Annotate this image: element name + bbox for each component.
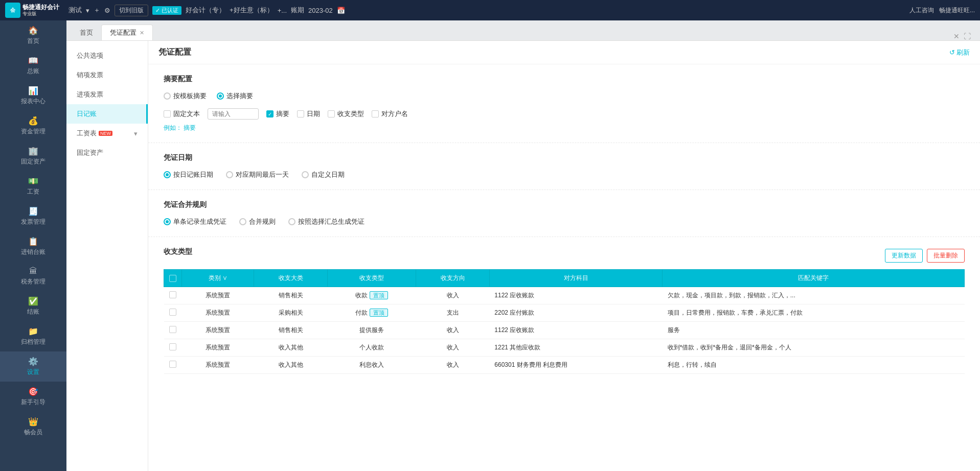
member-icon: 👑	[28, 417, 38, 427]
window-controls: ✕ ⛶	[949, 32, 975, 40]
row-category: 系统预置	[182, 304, 254, 322]
period-value[interactable]: 2023-02	[308, 7, 333, 14]
logo-text: 畅捷通好会计 专业版	[22, 4, 59, 16]
counterpart-checkbox[interactable]	[372, 110, 379, 117]
row-account: 660301 财务费用 利息费用	[489, 357, 662, 374]
row-checkbox-cell[interactable]	[164, 304, 182, 322]
inner-sidebar-fixed-assets[interactable]: 固定资产	[66, 143, 148, 162]
fixed-text-checkbox[interactable]	[164, 110, 171, 117]
row-direction: 收入	[416, 339, 490, 357]
counterpart-label: 对方户名	[381, 109, 408, 119]
inner-sidebar-journal[interactable]: 日记账	[66, 104, 148, 124]
refresh-button[interactable]: ↺ 刷新	[949, 48, 970, 57]
inner-sidebar-public[interactable]: 公共选项	[66, 46, 148, 65]
user-name[interactable]: 畅捷通旺旺...	[939, 6, 975, 15]
good-business-label: +好生意（标）	[230, 6, 274, 15]
inner-sidebar-public-label: 公共选项	[77, 51, 103, 60]
radio-single-record[interactable]: 单条记录生成凭证	[164, 217, 226, 226]
radio-period-last-label: 对应期间最后一天	[236, 170, 289, 179]
th-type: 收支类型	[327, 270, 416, 287]
summary-checkbox[interactable]: ✓	[266, 110, 274, 117]
sidebar-item-purchase[interactable]: 📋 进销台账	[0, 231, 66, 262]
row-checkbox[interactable]	[169, 361, 176, 368]
sidebar-item-reports[interactable]: 📊 报表中心	[0, 81, 66, 111]
checkbox-counterpart[interactable]: 对方户名	[372, 109, 408, 119]
sidebar-item-tax[interactable]: 🏛 税务管理	[0, 262, 66, 291]
tab-voucher-config[interactable]: 凭证配置 ✕	[101, 25, 153, 40]
calendar-icon[interactable]: 📅	[337, 7, 345, 14]
tab-close-icon[interactable]: ✕	[140, 30, 144, 36]
radio-journal-date[interactable]: 按日记账日期	[164, 170, 213, 179]
close-window-icon[interactable]: ✕	[953, 32, 960, 40]
batch-delete-button[interactable]: 批量删除	[927, 249, 965, 263]
sidebar-item-archive[interactable]: 📁 归档管理	[0, 321, 66, 351]
sidebar-item-guide[interactable]: 🎯 新手引导	[0, 382, 66, 412]
left-nav: 🏠 首页 📖 总账 📊 报表中心 💰 资金管理 🏢 固定资产 💵 工资 🧾 发票…	[0, 20, 66, 471]
row-checkbox-cell[interactable]	[164, 339, 182, 357]
date-checkbox[interactable]	[297, 110, 304, 117]
sidebar-item-member[interactable]: 👑 畅会员	[0, 412, 66, 442]
row-checkbox[interactable]	[169, 309, 176, 316]
table-actions: 更新数据 批量删除	[885, 249, 965, 263]
sidebar-item-salary[interactable]: 💵 工资	[0, 171, 66, 201]
select-all-checkbox[interactable]	[169, 275, 176, 282]
refresh-icon: ↺	[949, 49, 955, 56]
row-checkbox-cell[interactable]	[164, 322, 182, 339]
radio-merge-rules-circle	[239, 218, 246, 225]
date-radio-group: 按日记账日期 对应期间最后一天 自定义日期	[164, 170, 965, 179]
row-checkbox-cell[interactable]	[164, 287, 182, 304]
radio-merge-rules[interactable]: 合并规则	[239, 217, 276, 226]
inner-sidebar-sales-invoice[interactable]: 销项发票	[66, 65, 148, 85]
radio-custom-date[interactable]: 自定义日期	[302, 170, 345, 179]
sidebar-item-assets[interactable]: 🏢 固定资产	[0, 141, 66, 171]
sidebar-item-settings[interactable]: ⚙️ 设置	[0, 351, 66, 382]
radio-period-last[interactable]: 对应期间最后一天	[226, 170, 289, 179]
tab-home[interactable]: 首页	[72, 25, 101, 40]
fixed-text-input[interactable]	[208, 108, 259, 120]
radio-journal-date-label: 按日记账日期	[173, 170, 213, 179]
checkbox-income-type[interactable]: 收支类型	[328, 109, 364, 119]
test-label: 测试	[69, 6, 82, 15]
radio-template-summary[interactable]: 按模板摘要	[164, 91, 207, 101]
nav-label-salary: 工资	[27, 187, 39, 196]
maximize-icon[interactable]: ⛶	[964, 32, 971, 40]
sidebar-item-funds[interactable]: 💰 资金管理	[0, 111, 66, 141]
radio-summary-generate[interactable]: 按照选择汇总生成凭证	[288, 217, 364, 226]
reports-icon: 📊	[28, 86, 38, 96]
th-select-all[interactable]	[164, 270, 182, 287]
checkbox-date[interactable]: 日期	[297, 109, 320, 119]
type-tag-badge[interactable]: 置顶	[370, 309, 388, 317]
row-checkbox[interactable]	[169, 343, 176, 350]
certified-badge: ✓ 已认证	[152, 6, 181, 15]
row-checkbox[interactable]	[169, 291, 176, 298]
income-type-checkbox[interactable]	[328, 110, 335, 117]
payroll-expand-icon[interactable]: ▾	[134, 130, 138, 137]
checkbox-summary[interactable]: ✓ 摘要	[266, 109, 289, 119]
dropdown-arrow-icon[interactable]: ▾	[86, 7, 89, 14]
more-label[interactable]: +...	[278, 7, 287, 14]
support-label[interactable]: 人工咨询	[909, 6, 934, 15]
row-checkbox-cell[interactable]	[164, 357, 182, 374]
update-data-button[interactable]: 更新数据	[885, 249, 923, 263]
sidebar-item-settle[interactable]: ✅ 结账	[0, 291, 66, 321]
settings-icon[interactable]: ⚙	[104, 7, 110, 14]
row-account: 1221 其他应收款	[489, 339, 662, 357]
settings-nav-icon: ⚙️	[28, 357, 38, 366]
sidebar-item-home[interactable]: 🏠 首页	[0, 20, 66, 51]
type-tag-badge[interactable]: 置顶	[370, 291, 388, 299]
sidebar-item-ledger[interactable]: 📖 总账	[0, 51, 66, 81]
radio-summary-generate-label: 按照选择汇总生成凭证	[298, 217, 364, 226]
row-major: 采购相关	[254, 304, 328, 322]
row-account: 2202 应付账款	[489, 304, 662, 322]
row-checkbox[interactable]	[169, 326, 176, 333]
add-icon[interactable]: ＋	[94, 6, 100, 15]
row-account: 1122 应收账款	[489, 322, 662, 339]
inner-sidebar-payroll[interactable]: 工资表 NEW ▾	[66, 124, 148, 143]
sidebar-item-invoice-mgr[interactable]: 🧾 发票管理	[0, 201, 66, 231]
inner-sidebar-purchase-invoice[interactable]: 进项发票	[66, 85, 148, 104]
checkbox-fixed-text[interactable]: 固定文本	[164, 109, 200, 119]
switch-version-button[interactable]: 切到旧版	[115, 5, 148, 16]
radio-select-circle	[217, 92, 224, 100]
radio-select-summary[interactable]: 选择摘要	[217, 91, 253, 101]
summary-radio-group: 按模板摘要 选择摘要	[164, 91, 965, 101]
